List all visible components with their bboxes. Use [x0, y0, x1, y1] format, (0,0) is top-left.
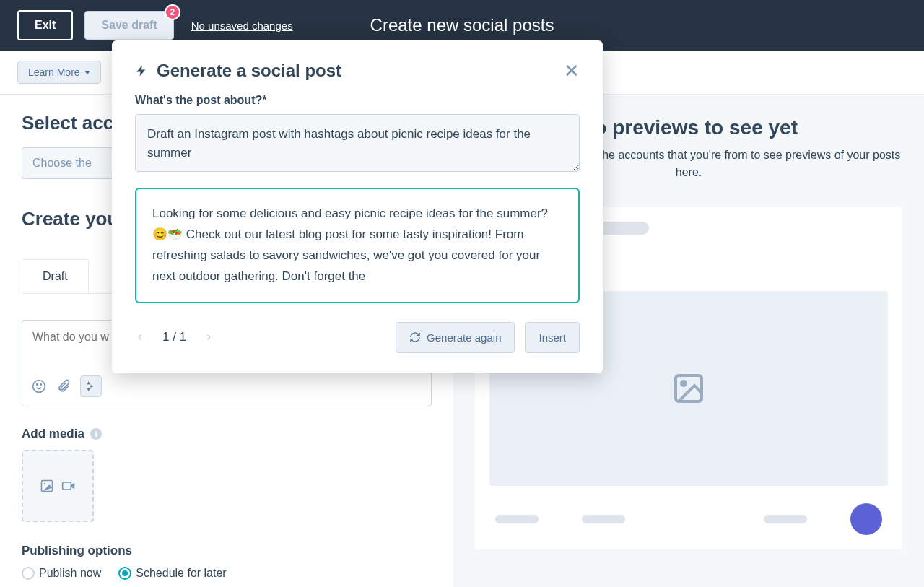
- svg-rect-5: [63, 482, 71, 490]
- exit-button[interactable]: Exit: [17, 10, 73, 40]
- modal-footer: 1 / 1 Generate again Insert: [135, 322, 580, 353]
- add-media-label: Add media: [22, 427, 84, 441]
- svg-point-4: [44, 483, 46, 485]
- save-draft-button[interactable]: Save draft 2: [84, 11, 173, 40]
- modal-generated-output[interactable]: Looking for some delicious and easy picn…: [135, 188, 580, 303]
- generate-post-modal: Generate a social post ✕ What's the post…: [112, 40, 603, 373]
- modal-header: Generate a social post ✕: [135, 61, 580, 81]
- schedule-later-label: Schedule for later: [136, 567, 226, 580]
- skeleton-footer: [489, 503, 888, 535]
- video-icon: [61, 479, 76, 493]
- pager: 1 / 1: [135, 330, 214, 344]
- pager-count: 1 / 1: [162, 330, 186, 344]
- lightning-icon: [135, 63, 148, 79]
- generate-again-label: Generate again: [427, 331, 501, 344]
- chevron-down-icon: [84, 71, 90, 74]
- svg-point-2: [40, 384, 42, 386]
- publish-now-option[interactable]: Publish now: [22, 567, 101, 580]
- modal-prompt-label: What's the post about?*: [135, 94, 580, 107]
- insert-label: Insert: [539, 331, 566, 344]
- save-draft-label: Save draft: [101, 19, 157, 31]
- info-icon[interactable]: i: [90, 428, 102, 440]
- page-title: Create new social posts: [370, 15, 554, 35]
- publishing-options-heading: Publishing options: [22, 544, 432, 558]
- draft-count-badge: 2: [165, 4, 180, 20]
- image-icon: [40, 479, 54, 493]
- insert-button[interactable]: Insert: [525, 322, 580, 353]
- media-dropzone[interactable]: [22, 450, 94, 522]
- chevron-right-icon[interactable]: [204, 331, 214, 344]
- tab-draft[interactable]: Draft: [22, 259, 89, 293]
- close-icon[interactable]: ✕: [564, 61, 580, 80]
- svg-point-0: [33, 381, 45, 393]
- emoji-icon[interactable]: [31, 378, 47, 394]
- radio-icon: [22, 567, 35, 580]
- unsaved-changes-link[interactable]: No unsaved changes: [191, 19, 293, 32]
- generate-again-button[interactable]: Generate again: [396, 322, 515, 353]
- ai-generate-icon[interactable]: [80, 375, 102, 397]
- svg-point-1: [37, 384, 38, 386]
- skeleton-pill: [582, 515, 625, 523]
- modal-prompt-input[interactable]: [135, 114, 580, 172]
- learn-more-dropdown[interactable]: Learn More: [17, 61, 101, 84]
- svg-point-7: [681, 381, 686, 386]
- refresh-icon: [409, 331, 421, 343]
- skeleton-avatar: [850, 503, 882, 535]
- publish-now-label: Publish now: [39, 567, 101, 580]
- schedule-later-option[interactable]: Schedule for later: [118, 567, 226, 580]
- chevron-left-icon[interactable]: [135, 331, 145, 344]
- image-placeholder-icon: [671, 371, 706, 406]
- learn-more-label: Learn More: [28, 66, 80, 78]
- modal-title: Generate a social post: [157, 61, 341, 81]
- modal-actions: Generate again Insert: [396, 322, 580, 353]
- skeleton-pill: [764, 515, 807, 523]
- composer-toolbar: [22, 370, 431, 406]
- attachment-icon[interactable]: [56, 378, 71, 394]
- publishing-options: Publish now Schedule for later: [22, 567, 432, 580]
- skeleton-pill: [495, 515, 539, 523]
- radio-checked-icon: [118, 567, 131, 580]
- add-media-section: Add media i: [22, 427, 432, 441]
